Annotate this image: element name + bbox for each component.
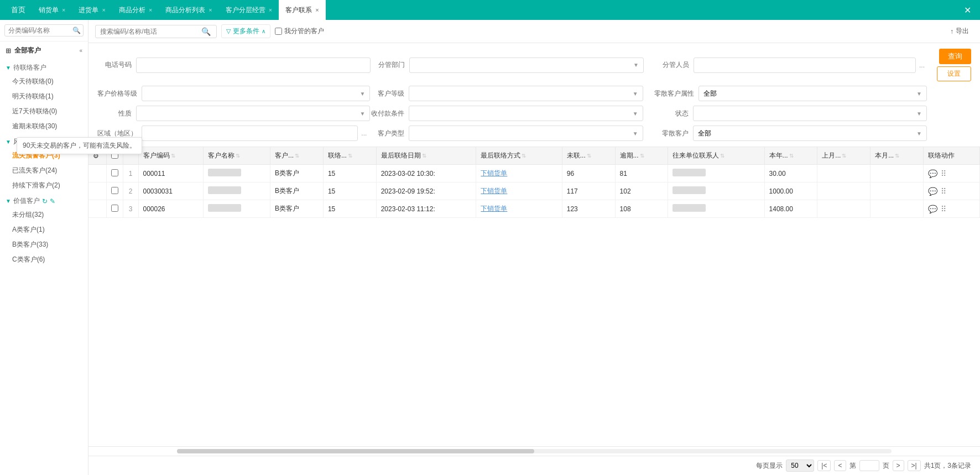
filter-price-tier-select[interactable]: ▼: [142, 86, 370, 101]
sidebar-item-class-c[interactable]: C类客户(6): [0, 252, 88, 267]
th-this-month[interactable]: 本月...⇅: [870, 147, 924, 165]
filter-retail-attr-select[interactable]: 全部 ▼: [698, 86, 927, 101]
more-icon-r3[interactable]: ⠿: [941, 205, 946, 213]
prev-page-button[interactable]: <: [834, 460, 846, 471]
first-page-button[interactable]: |<: [817, 460, 831, 471]
data-table-wrap: ⚙ 客户编码⇅ 客户名称⇅ 客户...⇅ 联络...⇅ 最后联络日期⇅ 最后联络…: [88, 147, 980, 446]
row3-checkbox[interactable]: [111, 205, 118, 212]
td-name-r3: [204, 200, 270, 218]
sidebar-item-overdue-contact[interactable]: 逾期未联络(30): [0, 119, 88, 134]
filter-nature-select[interactable]: ▼: [136, 106, 370, 121]
filter-dept-select[interactable]: ▼: [409, 58, 644, 73]
sidebar-item-declining[interactable]: 持续下滑客户(2): [0, 178, 88, 193]
per-page-select[interactable]: 50 100: [786, 460, 814, 472]
tab-customer-link[interactable]: 客户联系 ×: [279, 0, 325, 20]
horizontal-scrollbar[interactable]: [177, 449, 892, 453]
lct-link-r2[interactable]: 下销货单: [481, 187, 507, 195]
td-lcd-r2: 2023-02-09 19:52:: [376, 182, 476, 200]
tab-product-analysis-close[interactable]: ×: [149, 7, 152, 13]
sidebar-item-class-b[interactable]: B类客户(33): [0, 237, 88, 252]
refresh-value-icon[interactable]: ↻: [42, 197, 48, 205]
row1-checkbox[interactable]: [111, 169, 118, 176]
th-un-contact[interactable]: 未联...⇅: [562, 147, 615, 165]
edit-value-icon[interactable]: ✎: [50, 197, 55, 205]
tab-customer-tier-close[interactable]: ×: [269, 7, 272, 13]
more-icon-r2[interactable]: ⠿: [941, 187, 946, 196]
filter-phone-input[interactable]: [136, 58, 371, 73]
sidebar-search-input[interactable]: [4, 24, 84, 36]
chat-icon-r1[interactable]: 💬: [928, 169, 937, 178]
th-type[interactable]: 客户...⇅: [270, 147, 324, 165]
td-contact-r1: 15: [323, 165, 376, 182]
my-customers-checkbox[interactable]: [275, 28, 282, 35]
tab-product-analysis[interactable]: 商品分析 ×: [112, 0, 159, 20]
query-button[interactable]: 查询: [939, 49, 971, 64]
sidebar-item-class-a[interactable]: A类客户(1): [0, 222, 88, 237]
filter-dept: 分管部门 ▼: [371, 58, 644, 73]
sidebar-item-ungrouped[interactable]: 未分组(32): [0, 207, 88, 222]
more-filter-button[interactable]: ▽ 更多条件 ∧: [221, 24, 270, 38]
chat-icon-r2[interactable]: 💬: [928, 187, 937, 196]
sidebar-item-week-pending[interactable]: 近7天待联络(0): [0, 104, 88, 119]
td-checkbox-r2[interactable]: [106, 182, 123, 200]
sidebar-item-lost[interactable]: 已流失客户(24): [0, 163, 88, 178]
th-name[interactable]: 客户名称⇅: [204, 147, 270, 165]
next-page-button[interactable]: >: [893, 460, 904, 471]
tab-purchase-close[interactable]: ×: [102, 7, 105, 13]
tab-customer-tier[interactable]: 客户分层经营 ×: [219, 0, 279, 20]
th-unit-contact[interactable]: 往来单位联系人⇅: [668, 147, 764, 165]
tab-product-analysis-list[interactable]: 商品分析列表 ×: [159, 0, 218, 20]
lct-link-r3[interactable]: 下销货单: [481, 205, 507, 212]
filter-customer-type-select[interactable]: ▼: [409, 126, 643, 141]
th-overdue[interactable]: 逾期...⇅: [615, 147, 668, 165]
filter-manager-dots[interactable]: ...: [916, 61, 928, 69]
export-button[interactable]: ↑ 导出: [946, 25, 973, 38]
settings-button[interactable]: 设置: [937, 66, 971, 81]
td-lct-r3[interactable]: 下销货单: [476, 200, 562, 218]
tab-sales-close[interactable]: ×: [62, 7, 65, 13]
td-lct-r1[interactable]: 下销货单: [476, 165, 562, 182]
filter-customer-tier-select[interactable]: ▼: [409, 86, 643, 101]
td-checkbox-r1[interactable]: [106, 165, 123, 182]
lct-link-r1[interactable]: 下销货单: [481, 169, 507, 177]
my-customers-checkbox-wrap[interactable]: 我分管的客户: [275, 27, 324, 36]
filter-manager-select[interactable]: [694, 58, 916, 73]
status-arrow: ▼: [916, 111, 922, 117]
scrollbar-thumb[interactable]: [177, 449, 534, 453]
more-icon-r1[interactable]: ⠿: [941, 169, 946, 178]
td-settings-r1: [88, 165, 106, 182]
tab-customer-link-close[interactable]: ×: [315, 7, 319, 13]
sidebar-group-pending[interactable]: ▼ 待联络客户: [0, 60, 88, 74]
tab-product-analysis-list-close[interactable]: ×: [208, 7, 212, 13]
th-this-year[interactable]: 本年...⇅: [764, 147, 817, 165]
last-page-button[interactable]: >|: [908, 460, 921, 471]
search-input[interactable]: [100, 28, 200, 35]
filter-region-select[interactable]: [142, 126, 358, 141]
th-last-contact-date[interactable]: 最后联络日期⇅: [376, 147, 476, 165]
tab-home[interactable]: 首页: [4, 0, 32, 20]
search-button[interactable]: 🔍: [200, 27, 212, 36]
td-checkbox-r3[interactable]: [106, 200, 123, 218]
th-code[interactable]: 客户编码⇅: [138, 147, 204, 165]
row2-checkbox[interactable]: [111, 187, 118, 194]
th-last-month[interactable]: 上月...⇅: [817, 147, 870, 165]
tab-purchase[interactable]: 进货单 ×: [72, 0, 112, 20]
sidebar-item-today-pending[interactable]: 今天待联络(0): [0, 74, 88, 89]
sidebar-item-tomorrow-pending[interactable]: 明天待联络(1): [0, 89, 88, 104]
chat-icon-r3[interactable]: 💬: [928, 205, 937, 213]
td-code-r3: 000026: [138, 200, 204, 218]
collapse-icon[interactable]: «: [79, 48, 82, 54]
filter-status-select[interactable]: ▼: [693, 106, 927, 121]
th-contact[interactable]: 联络...⇅: [323, 147, 376, 165]
tab-sales[interactable]: 销货单 ×: [32, 0, 72, 20]
filter-region-dots[interactable]: ...: [358, 129, 370, 137]
window-close-button[interactable]: ✕: [960, 5, 976, 15]
th-last-contact-type[interactable]: 最后联络方式⇅: [476, 147, 562, 165]
td-lct-r2[interactable]: 下销货单: [476, 182, 562, 200]
page-input[interactable]: 1: [859, 460, 879, 471]
sidebar-all-customers[interactable]: ⊞ 全部客户 «: [0, 41, 88, 60]
filter-payment-select[interactable]: ▼: [409, 106, 643, 121]
filter-retail-customer-select[interactable]: 全部 ▼: [693, 126, 927, 141]
td-settings-r2: [88, 182, 106, 200]
sidebar-group-value[interactable]: ▼ 价值客户 ↻ ✎: [0, 193, 88, 207]
